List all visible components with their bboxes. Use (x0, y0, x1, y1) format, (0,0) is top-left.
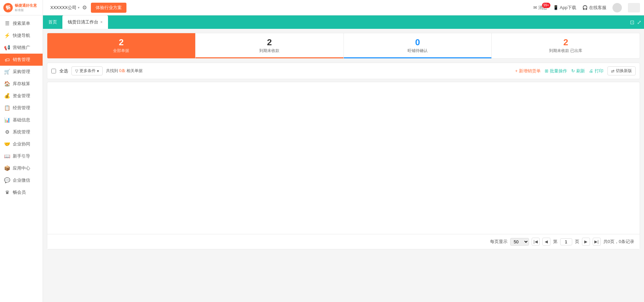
sidebar-icon-guide: 📖 (4, 153, 10, 159)
tab-bar: 首页 钱货日清工作台 × ⊡ ⤢ (43, 15, 644, 29)
sidebar-item-weixin[interactable]: 💬 企业微信 (0, 174, 43, 186)
refresh-label: 刷新 (576, 68, 585, 74)
download-icon: 📱 (553, 5, 558, 10)
sidebar-item-member[interactable]: ♛ 畅会员 (0, 186, 43, 198)
stat-pending-count: 0 (351, 38, 485, 47)
found-count: 0条 (119, 68, 125, 73)
company-selector[interactable]: XXXXXX公司 ▾ (50, 5, 79, 11)
stat-overdue[interactable]: 2 到期未收款 (196, 33, 344, 58)
batch-icon: ⊞ (545, 68, 548, 73)
stat-pending-label: 旺铺待确认 (351, 48, 485, 54)
found-prefix: 共找到 (106, 68, 118, 73)
sidebar-label-apps: 应用中心 (13, 165, 30, 171)
table-area: 每页显示 50 100 200 |◀ ◀ 第 页 ▶ ▶| 共0页，0条记录 (47, 82, 640, 249)
pagination: 每页显示 50 100 200 |◀ ◀ 第 页 ▶ ▶| 共0页，0条记录 (47, 234, 640, 249)
sidebar-label-inventory: 库存核算 (13, 81, 30, 87)
batch-button[interactable]: ⊞ 批量操作 (545, 68, 567, 74)
filter-chevron-icon: ▾ (97, 69, 99, 73)
sidebar-item-inventory[interactable]: 🏠 库存核算 (0, 78, 43, 90)
avatar[interactable] (612, 3, 622, 12)
page-size-label: 每页显示 (490, 239, 507, 245)
tab-home[interactable]: 首页 (43, 15, 62, 29)
sidebar-item-base-info[interactable]: 📊 基础信息 (0, 114, 43, 126)
prev-page-button[interactable]: ◀ (542, 238, 550, 246)
chevron-down-icon: ▾ (78, 6, 79, 9)
stat-overdue-count: 2 (202, 38, 337, 47)
sidebar-label-system: 系统管理 (13, 129, 30, 135)
select-all-checkbox[interactable] (51, 69, 56, 73)
sidebar-item-marketing[interactable]: 📢 营销推广 (0, 42, 43, 54)
app-download-button[interactable]: 📱 App下载 (553, 5, 576, 11)
page-label: 第 (553, 239, 557, 245)
filter-label: 更多条件 (79, 68, 96, 74)
trial-button[interactable]: 体验行业方案 (91, 3, 126, 13)
sidebar-icon-weixin: 💬 (4, 177, 10, 183)
first-page-button[interactable]: |◀ (532, 238, 540, 246)
sidebar-nav: ☰ 搜索菜单 ⚡ 快捷导航 📢 营销推广 🏷 销售管理 🛒 采购管理 🏠 库存核… (0, 15, 43, 302)
sidebar-item-system[interactable]: ⚙ 系统管理 (0, 126, 43, 138)
sidebar-item-purchase[interactable]: 🛒 采购管理 (0, 66, 43, 78)
sidebar-logo-icon: 畅 (3, 3, 13, 12)
switch-version-button[interactable]: ⇄ 切换新版 (607, 66, 636, 75)
sidebar-logo-sub: 标准版 (15, 8, 37, 12)
refresh-button[interactable]: ↻ 刷新 (571, 68, 585, 74)
tab-close-icon[interactable]: × (100, 20, 103, 24)
sidebar-icon-operations: 📋 (4, 105, 10, 111)
stat-pending[interactable]: 0 旺铺待确认 (344, 33, 492, 58)
found-suffix: 相关单据 (126, 68, 143, 73)
sidebar-icon-quick-nav: ⚡ (4, 33, 10, 39)
sidebar-item-sales[interactable]: 🏷 销售管理 (0, 54, 43, 66)
tab-minimize-icon[interactable]: ⊡ (630, 19, 634, 25)
sidebar-label-marketing: 营销推广 (13, 45, 30, 51)
sidebar-icon-system: ⚙ (4, 129, 10, 135)
message-icon: ✉ (533, 5, 537, 10)
sidebar-item-guide[interactable]: 📖 新手引导 (0, 150, 43, 162)
found-text: 共找到 0条 相关单据 (106, 68, 143, 74)
sidebar-item-operations[interactable]: 📋 经营管理 (0, 102, 43, 114)
sidebar-item-quick-nav[interactable]: ⚡ 快捷导航 (0, 29, 43, 42)
settings-icon[interactable]: ⚙ (82, 4, 87, 11)
tab-bar-actions: ⊡ ⤢ (630, 19, 644, 25)
tab-work[interactable]: 钱货日清工作台 × (62, 15, 108, 29)
switch-icon: ⇄ (611, 69, 614, 73)
stat-all[interactable]: 2 全部单据 (47, 33, 196, 58)
add-sale-button[interactable]: + 新增销货单 (515, 68, 541, 74)
sidebar-item-search-menu[interactable]: ☰ 搜索菜单 (0, 17, 43, 29)
sidebar-item-apps[interactable]: 📦 应用中心 (0, 162, 43, 174)
messages-button[interactable]: ✉ 消息 99+ (533, 5, 547, 11)
next-page-button[interactable]: ▶ (582, 238, 590, 246)
sidebar-icon-finance: 💰 (4, 93, 10, 99)
stat-not-shipped[interactable]: 2 到期未收款 已出库 (492, 33, 640, 58)
user-name[interactable] (628, 3, 640, 12)
sidebar: 畅 畅捷通好生意 标准版 ☰ 搜索菜单 ⚡ 快捷导航 📢 营销推广 🏷 销售管理… (0, 0, 43, 302)
toolbar: 全选 ▽ 更多条件 ▾ 共找到 0条 相关单据 + 新增销货单 ⊞ 批量操作 ↻… (47, 63, 640, 79)
online-service-button[interactable]: 🎧 在线客服 (582, 5, 606, 11)
print-icon: 🖨 (589, 68, 593, 73)
sidebar-label-base-info: 基础信息 (13, 117, 30, 123)
page-size-select[interactable]: 50 100 200 (510, 238, 529, 246)
stat-all-label: 全部单据 (54, 48, 189, 54)
app-download-label: App下载 (560, 5, 576, 11)
print-button[interactable]: 🖨 打印 (589, 68, 603, 74)
sidebar-icon-marketing: 📢 (4, 45, 10, 51)
stat-all-count: 2 (54, 38, 189, 47)
sidebar-item-enterprise[interactable]: 🤝 企业协同 (0, 138, 43, 150)
sidebar-label-quick-nav: 快捷导航 (13, 33, 30, 39)
messages-badge: 99+ (542, 3, 550, 8)
page-input[interactable] (560, 238, 572, 245)
sidebar-item-finance[interactable]: 💰 资金管理 (0, 90, 43, 102)
sidebar-icon-sales: 🏷 (4, 57, 10, 63)
sidebar-header: 畅 畅捷通好生意 标准版 (0, 0, 43, 15)
sidebar-label-purchase: 采购管理 (13, 69, 30, 75)
filter-icon: ▽ (75, 69, 78, 73)
stats-row: 2 全部单据 2 到期未收款 0 旺铺待确认 2 到期未收款 已出库 (47, 33, 640, 59)
print-label: 打印 (595, 68, 603, 74)
filter-button[interactable]: ▽ 更多条件 ▾ (71, 66, 103, 75)
table-empty (47, 82, 640, 234)
last-page-button[interactable]: ▶| (593, 238, 601, 246)
refresh-icon: ↻ (571, 68, 575, 73)
header-right: ✉ 消息 99+ 📱 App下载 🎧 在线客服 (533, 3, 640, 12)
tab-home-label: 首页 (48, 19, 57, 25)
tab-expand-icon[interactable]: ⤢ (637, 19, 641, 25)
select-all-label: 全选 (59, 68, 68, 74)
